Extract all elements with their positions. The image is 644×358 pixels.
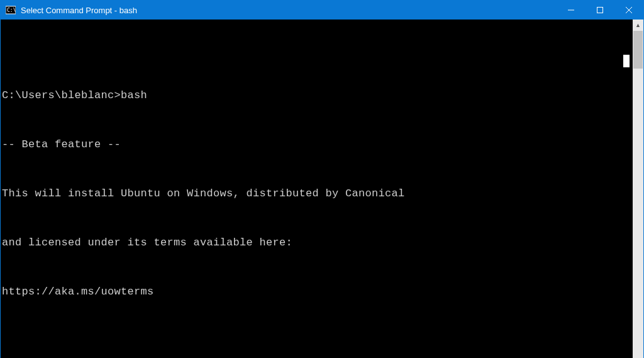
terminal-line: This will install Ubuntu on Windows, dis… xyxy=(2,186,631,202)
maximize-button[interactable] xyxy=(586,1,614,20)
terminal-line: and licensed under its terms available h… xyxy=(2,235,631,251)
svg-text:C:\: C:\ xyxy=(7,8,16,13)
selection-mark xyxy=(623,55,630,67)
vertical-scrollbar[interactable]: ▲ ▼ xyxy=(633,20,643,358)
scrollbar-thumb[interactable] xyxy=(633,31,643,69)
titlebar[interactable]: C:\ Select Command Prompt - bash xyxy=(1,1,643,20)
scroll-up-arrow-icon[interactable]: ▲ xyxy=(633,20,643,30)
terminal-line: -- Beta feature -- xyxy=(2,137,631,153)
window-title: Select Command Prompt - bash xyxy=(21,6,557,15)
close-button[interactable] xyxy=(614,1,643,20)
command-prompt-window: C:\ Select Command Prompt - bash C:\User… xyxy=(0,0,644,358)
terminal-output[interactable]: C:\Users\bleblanc>bash -- Beta feature -… xyxy=(1,20,633,358)
app-icon: C:\ xyxy=(6,5,16,15)
minimize-button[interactable] xyxy=(557,1,586,20)
window-body: C:\Users\bleblanc>bash -- Beta feature -… xyxy=(1,20,643,358)
terminal-line: https://aka.ms/uowterms xyxy=(2,284,631,300)
svg-rect-3 xyxy=(597,8,603,13)
terminal-line: C:\Users\bleblanc>bash xyxy=(2,87,631,104)
